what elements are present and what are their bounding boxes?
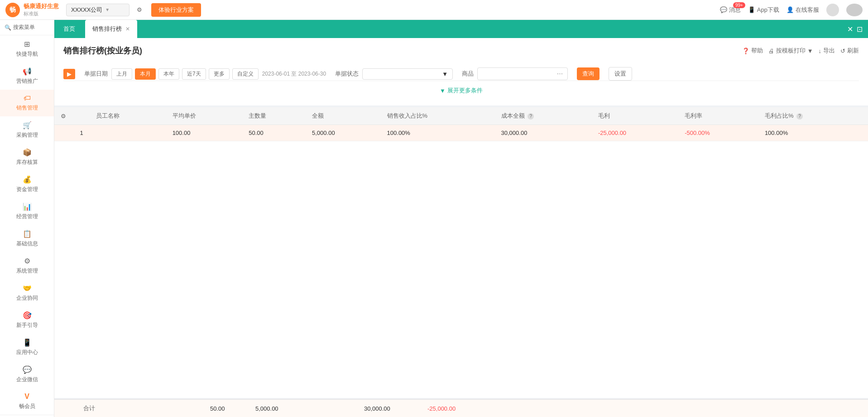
status-chevron-icon: ▼ (442, 71, 448, 77)
tab-bar: 首页 销售排行榜 ✕ ✕ ⊡ (54, 20, 868, 38)
table-container: ⚙ 员工名称 平均单价 主数量 全额 销售收入占比% 成本全额 ? (54, 107, 868, 398)
date-range-display: 2023-06-01 至 2023-06-30 (262, 70, 326, 78)
data-table: ⚙ 员工名称 平均单价 主数量 全额 销售收入占比% 成本全额 ? (54, 107, 868, 141)
table-header-row: ⚙ 员工名称 平均单价 主数量 全额 销售收入占比% 成本全额 ? (54, 107, 868, 125)
member-icon: V (24, 393, 29, 401)
basic-icon: 📋 (23, 230, 32, 238)
operations-icon: 📊 (23, 202, 32, 211)
system-icon: ⚙ (24, 257, 30, 265)
sidebar-bottom: ⚙ ◀◀ (0, 415, 54, 417)
help-label: 帮助 (751, 47, 763, 55)
message-item[interactable]: 💬 消息 99+ (720, 6, 741, 14)
tab-expand-btn[interactable]: ⊡ (857, 25, 863, 34)
sidebar-item-shortcuts[interactable]: ⊞ 快捷导航 (0, 35, 54, 62)
sidebar-item-finance[interactable]: 💰 资金管理 (0, 171, 54, 198)
query-button[interactable]: 查询 (577, 67, 599, 80)
filter-toggle-btn[interactable]: ▶ (63, 69, 75, 79)
export-button[interactable]: ↓ 导出 (819, 47, 835, 55)
sidebar-item-purchase[interactable]: 🛒 采购管理 (0, 116, 54, 144)
company-selector[interactable]: XXXXX公司 ▼ (66, 4, 129, 16)
sidebar-label: 畅会员 (19, 403, 35, 410)
online-service-label: 在线客服 (796, 6, 819, 14)
footer-total-label: 合计 (83, 405, 95, 412)
refresh-icon: ↺ (840, 48, 845, 54)
sidebar-item-guide[interactable]: 🎯 新手引导 (0, 307, 54, 334)
tab-actions: ✕ ⊡ (847, 25, 868, 34)
export-label: 导出 (823, 47, 835, 55)
sidebar-item-inventory[interactable]: 📦 库存核算 (0, 144, 54, 171)
chevron-down-icon: ▼ (105, 7, 110, 12)
chevron-down-icon: ▼ (440, 87, 446, 94)
row-name (91, 125, 167, 141)
refresh-label: 刷新 (847, 47, 859, 55)
date-btn-this-month[interactable]: 本月 (135, 68, 156, 80)
tab-close-btn[interactable]: ✕ (847, 25, 853, 34)
expand-button[interactable]: ▼ 展开更多条件 (440, 84, 483, 97)
print-icon: 🖨 (768, 48, 774, 54)
tab-home[interactable]: 首页 (54, 20, 84, 38)
sidebar-item-marketing[interactable]: 📢 营销推广 (0, 62, 54, 90)
header-actions: ❓ 帮助 🖨 按模板打印 ▼ ↓ 导出 ↺ (742, 47, 859, 55)
sidebar-item-operations[interactable]: 📊 经营管理 (0, 198, 54, 225)
top-right-area: 💬 消息 99+ 📱 App下载 👤 在线客服 (720, 4, 863, 16)
col-header-gross-rate: 毛利率 (679, 107, 759, 125)
sidebar-label: 系统管理 (16, 267, 38, 275)
goods-dots-icon: ··· (557, 70, 563, 78)
top-bar: 畅 畅康通好生意 标准版 XXXXX公司 ▼ ⚙ 体验行业方案 💬 消息 99+… (0, 0, 868, 20)
goods-filter-item: 商品 ··· (462, 67, 568, 80)
date-btn-this-year[interactable]: 本年 (158, 68, 179, 80)
sidebar-item-collab[interactable]: 🤝 企业协同 (0, 279, 54, 307)
settings-icon-top[interactable]: ⚙ (133, 4, 146, 16)
row-gross: -25,000.00 (593, 125, 679, 141)
expand-bar: ▼ 展开更多条件 (63, 81, 859, 100)
apps-icon: 📱 (23, 338, 32, 347)
date-btn-custom[interactable]: 自定义 (232, 68, 259, 80)
tab-close-icon[interactable]: ✕ (125, 26, 130, 32)
sidebar-label: 采购管理 (16, 131, 38, 139)
goods-filter-label: 商品 (462, 70, 474, 78)
date-btn-7days[interactable]: 近7天 (182, 68, 206, 80)
col-header-name: 员工名称 (91, 107, 167, 125)
wechat-icon: 💬 (23, 365, 32, 374)
help-icon: ❓ (742, 48, 749, 54)
cost-help-icon[interactable]: ? (528, 113, 534, 120)
gross-pct-help-icon[interactable]: ? (796, 113, 803, 120)
tab-sales-ranking[interactable]: 销售排行榜 ✕ (85, 20, 137, 38)
col-header-settings[interactable]: ⚙ (54, 107, 72, 125)
col-header-gross-pct: 毛利占比% ? (759, 107, 868, 125)
row-gross-pct: 100.00% (759, 125, 868, 141)
sidebar-item-member[interactable]: V 畅会员 (0, 388, 54, 415)
sidebar-label: 新手引导 (16, 321, 38, 329)
status-select[interactable]: ▼ (362, 68, 453, 80)
sidebar-item-system[interactable]: ⚙ 系统管理 (0, 252, 54, 279)
search-label: 搜索菜单 (13, 24, 35, 31)
trial-button[interactable]: 体验行业方案 (151, 3, 201, 17)
refresh-button[interactable]: ↺ 刷新 (840, 47, 859, 55)
sidebar-label: 基础信息 (16, 240, 38, 248)
settings-button[interactable]: 设置 (609, 67, 632, 81)
help-button[interactable]: ❓ 帮助 (742, 47, 763, 55)
sidebar-item-basic[interactable]: 📋 基础信息 (0, 225, 54, 252)
sidebar-label: 快捷导航 (16, 50, 38, 58)
online-service-item[interactable]: 👤 在线客服 (786, 6, 819, 14)
message-icon: 💬 (720, 6, 727, 13)
app-download-label: App下载 (757, 6, 779, 14)
sidebar-label: 销售管理 (16, 104, 38, 112)
sidebar-search[interactable]: 🔍 搜索菜单 (0, 20, 54, 35)
app-download-item[interactable]: 📱 App下载 (748, 6, 779, 14)
sidebar-label: 库存核算 (16, 158, 38, 166)
goods-input[interactable]: ··· (477, 67, 568, 80)
page-header: 销售排行榜(按业务员) ❓ 帮助 🖨 按模板打印 ▼ ↓ (54, 38, 868, 62)
sidebar-item-wechat[interactable]: 💬 企业微信 (0, 361, 54, 388)
print-label: 按模板打印 (776, 47, 806, 55)
print-button[interactable]: 🖨 按模板打印 ▼ (768, 47, 813, 55)
col-header-avg-price: 平均单价 (167, 107, 244, 125)
sidebar-item-sales[interactable]: 🏷 销售管理 (0, 90, 54, 116)
user-name-area (846, 4, 863, 16)
date-btn-last-month[interactable]: 上月 (111, 68, 132, 80)
sidebar-item-apps[interactable]: 📱 应用中心 (0, 334, 54, 361)
date-btn-more[interactable]: 更多 (209, 68, 230, 80)
filter-row: ▶ 单据日期 上月 本月 本年 近7天 更多 自定义 (63, 67, 859, 81)
marketing-icon: 📢 (23, 67, 32, 76)
avatar[interactable] (826, 4, 839, 16)
